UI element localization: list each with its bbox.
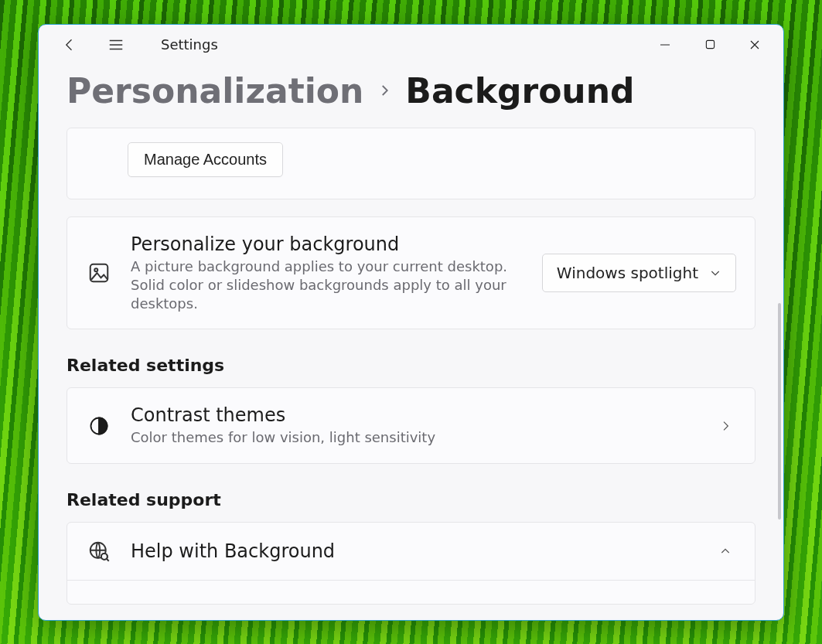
scrollbar[interactable] xyxy=(778,303,781,520)
hamburger-icon xyxy=(107,36,124,53)
arrow-left-icon xyxy=(62,37,77,53)
help-expanded-area xyxy=(67,581,755,604)
related-settings-heading: Related settings xyxy=(67,356,755,375)
related-support-heading: Related support xyxy=(67,490,755,509)
contrast-title: Contrast themes xyxy=(131,404,696,427)
help-background-row[interactable]: Help with Background xyxy=(67,523,755,581)
breadcrumb: Personalization Background xyxy=(67,71,755,111)
app-title: Settings xyxy=(161,36,218,53)
breadcrumb-parent[interactable]: Personalization xyxy=(67,71,363,111)
maximize-button[interactable] xyxy=(687,28,732,62)
chevron-right-icon xyxy=(377,83,391,97)
close-icon xyxy=(749,39,760,50)
minimize-button[interactable] xyxy=(643,28,687,62)
help-title: Help with Background xyxy=(131,540,696,563)
minimize-icon xyxy=(660,39,670,50)
help-background-card: Help with Background xyxy=(67,522,755,605)
contrast-description: Color themes for low vision, light sensi… xyxy=(131,428,696,447)
background-type-dropdown[interactable]: Windows spotlight xyxy=(542,254,736,292)
manage-accounts-button[interactable]: Manage Accounts xyxy=(128,142,283,177)
globe-search-icon xyxy=(86,538,112,564)
titlebar: Settings xyxy=(39,25,783,65)
chevron-right-icon xyxy=(715,420,736,432)
chevron-up-icon xyxy=(715,545,736,557)
personalize-background-card: Personalize your background A picture ba… xyxy=(67,216,755,330)
contrast-themes-row[interactable]: Contrast themes Color themes for low vis… xyxy=(67,387,755,463)
nav-menu-button[interactable] xyxy=(101,29,131,60)
settings-window: Settings Personalization Bac xyxy=(38,24,784,621)
back-button[interactable] xyxy=(54,29,85,60)
contrast-icon xyxy=(86,413,112,439)
dropdown-value: Windows spotlight xyxy=(557,264,698,282)
breadcrumb-current: Background xyxy=(405,71,634,111)
close-button[interactable] xyxy=(732,28,777,62)
accounts-card: Manage Accounts xyxy=(67,128,755,199)
svg-point-2 xyxy=(94,268,97,271)
personalize-description: A picture background applies to your cur… xyxy=(131,257,524,314)
content-area: Personalization Background Manage Accoun… xyxy=(39,65,783,620)
svg-rect-0 xyxy=(706,40,714,48)
image-icon xyxy=(86,260,112,286)
chevron-down-icon xyxy=(709,267,721,279)
desktop-wallpaper: Settings Personalization Bac xyxy=(0,0,822,644)
svg-rect-1 xyxy=(90,264,108,282)
personalize-title: Personalize your background xyxy=(131,233,524,256)
maximize-icon xyxy=(705,39,715,49)
